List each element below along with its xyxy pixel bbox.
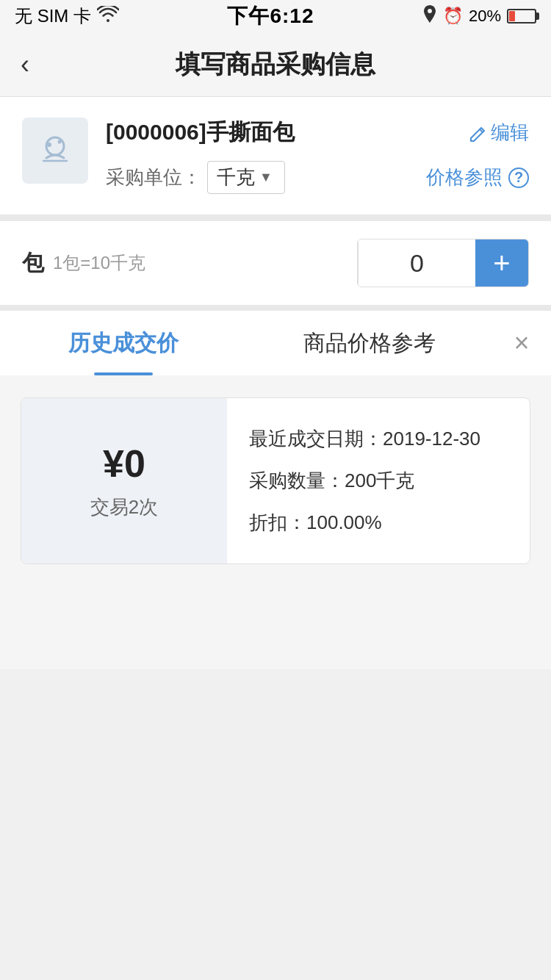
tab-history-price[interactable]: 历史成交价 [0, 311, 246, 375]
location-icon [422, 5, 437, 27]
svg-point-1 [47, 143, 51, 147]
discount-value: 100.00% [306, 511, 382, 533]
tab-price-ref[interactable]: 商品价格参考 [246, 311, 492, 375]
history-qty-line: 采购数量：200千克 [249, 466, 508, 495]
status-left: 无 SIM 卡 [15, 4, 119, 28]
discount-label: 折扣： [249, 511, 306, 533]
tab-active-underline [94, 372, 153, 375]
qty-value: 200千克 [345, 469, 414, 491]
chevron-down-icon: ▼ [259, 170, 273, 185]
history-card: ¥0 交易2次 最近成交日期：2019-12-30 采购数量：200千克 折扣：… [21, 397, 530, 564]
quantity-control: + [357, 239, 529, 287]
edit-label: 编辑 [491, 120, 529, 145]
product-info: [0000006]手撕面包 编辑 采购单位： 千克 ▼ 价格参照 ? [106, 118, 529, 194]
date-label: 最近成交日期： [249, 428, 383, 450]
info-icon: ? [508, 167, 529, 188]
tab-price-ref-label: 商品价格参考 [303, 328, 436, 359]
history-discount-line: 折扣：100.00% [249, 508, 508, 537]
product-header-row: [0000006]手撕面包 编辑 [106, 118, 529, 148]
tab-history-label: 历史成交价 [68, 328, 179, 359]
status-right: ⏰ 20% [422, 5, 536, 27]
edit-button[interactable]: 编辑 [469, 120, 529, 145]
unit-select-wrapper[interactable]: 采购单位： 千克 ▼ [106, 161, 285, 194]
content-area: ¥0 交易2次 最近成交日期：2019-12-30 采购数量：200千克 折扣：… [0, 375, 551, 669]
product-name: [0000006]手撕面包 [106, 118, 295, 148]
quantity-left: 包 1包=10千克 [22, 248, 145, 278]
unit-select[interactable]: 千克 ▼ [207, 161, 285, 194]
history-card-right: 最近成交日期：2019-12-30 采购数量：200千克 折扣：100.00% [227, 398, 530, 563]
svg-point-2 [58, 140, 62, 144]
status-bar: 无 SIM 卡 下午6:12 ⏰ 20% [0, 0, 551, 32]
quantity-unit: 包 [22, 248, 44, 278]
unit-value: 千克 [217, 165, 255, 190]
battery-percent: 20% [469, 7, 501, 26]
qty-label: 采购数量： [249, 469, 345, 491]
product-logo [22, 118, 88, 184]
product-unit-row: 采购单位： 千克 ▼ 价格参照 ? [106, 161, 529, 194]
battery-icon [507, 9, 536, 24]
tabs-container: 历史成交价 商品价格参考 × [0, 305, 551, 375]
product-card: [0000006]手撕面包 编辑 采购单位： 千克 ▼ 价格参照 ? [0, 97, 551, 215]
status-time: 下午6:12 [227, 2, 314, 30]
unit-label: 采购单位： [106, 165, 201, 190]
header: ‹ 填写商品采购信息 [0, 32, 551, 97]
quantity-input[interactable] [358, 239, 475, 287]
quantity-convert: 1包=10千克 [53, 251, 145, 275]
quantity-plus-button[interactable]: + [475, 239, 528, 287]
carrier-label: 无 SIM 卡 [15, 4, 91, 28]
date-value: 2019-12-30 [383, 428, 480, 450]
alarm-icon: ⏰ [443, 7, 463, 26]
history-count: 交易2次 [90, 494, 158, 520]
price-ref-label: 价格参照 [426, 165, 503, 190]
quantity-row: 包 1包=10千克 + [0, 215, 551, 305]
history-price: ¥0 [103, 442, 145, 486]
back-button[interactable]: ‹ [21, 49, 29, 80]
price-ref-button[interactable]: 价格参照 ? [426, 165, 529, 190]
tab-close-button[interactable]: × [492, 311, 551, 375]
wifi-icon [97, 6, 119, 26]
page-title: 填写商品采购信息 [176, 48, 375, 82]
history-date-line: 最近成交日期：2019-12-30 [249, 425, 508, 453]
history-card-left: ¥0 交易2次 [21, 398, 227, 563]
